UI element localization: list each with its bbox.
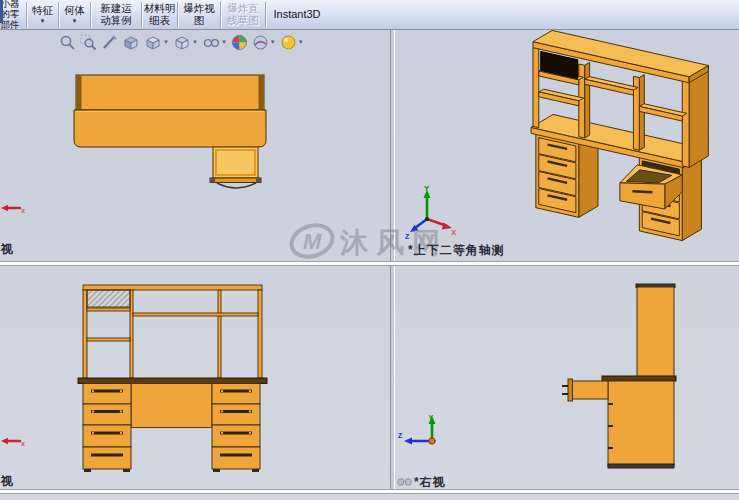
toolbar-button-bill-of-materials[interactable]: 材料明 细表	[142, 0, 177, 29]
desk-top-view-shapes	[74, 75, 266, 188]
dropdown-arrow-icon: ▼	[40, 18, 46, 24]
dropdown-arrow-icon: ▼	[298, 39, 304, 45]
view-style-icon	[397, 477, 412, 487]
viewport-label-bottom-left: 视	[1, 473, 14, 490]
zoom-to-area-icon[interactable]	[79, 32, 98, 52]
axis-x-label: x	[21, 207, 25, 214]
toolbar-button-features[interactable]: 特征 ▼	[27, 0, 58, 29]
dropdown-arrow-icon: ▼	[163, 39, 169, 45]
view-orientation-icon[interactable]: ▼	[143, 32, 170, 52]
toolbar-button-new-motion-study[interactable]: 新建运 动算例	[91, 0, 141, 29]
desk-dimetric-shapes	[531, 30, 708, 240]
display-style-icon[interactable]: ▼	[172, 32, 199, 52]
clipped-triad-fragment: x	[0, 433, 30, 451]
toolbar-button-explode-line-sketch: 爆炸直 线草图	[221, 0, 265, 29]
previous-view-icon[interactable]	[100, 32, 119, 52]
viewport-label-bottom-right: *右视	[414, 474, 446, 491]
graphics-bottom-edge	[0, 489, 739, 494]
toolbar-button-label: 小器 的零 部件	[1, 0, 20, 29]
apply-scene-icon[interactable]: ▼	[251, 32, 277, 52]
clipped-triad-fragment: x	[0, 200, 30, 218]
right-view-triad: Y Z	[398, 412, 448, 464]
toolbar-button-exploded-view[interactable]: 爆炸视 图	[178, 0, 220, 29]
edit-appearance-icon[interactable]	[230, 32, 249, 52]
clipped-icon	[0, 0, 3, 23]
section-view-icon[interactable]	[121, 32, 141, 52]
zoom-to-fit-icon[interactable]	[58, 32, 77, 52]
toolbar-button-body[interactable]: 何体 ▼	[59, 0, 90, 29]
desk-model-right-view[interactable]	[555, 282, 690, 474]
desk-front-view-shapes	[78, 285, 267, 472]
desk-model-dimetric[interactable]	[500, 26, 739, 242]
axis-y-label: Y	[429, 414, 434, 421]
axis-y-label: Y	[424, 185, 430, 193]
dropdown-arrow-icon: ▼	[270, 39, 276, 45]
desk-right-view-shapes	[562, 284, 676, 468]
toolbar-button-instant3d[interactable]: Instant3D	[266, 0, 328, 29]
view-settings-icon[interactable]: ▼	[279, 32, 305, 52]
hide-show-items-icon[interactable]: ▼	[201, 32, 228, 52]
viewport-label-top-right: *上下二等角轴测	[408, 242, 505, 259]
desk-model-top-view[interactable]	[60, 68, 272, 198]
dropdown-arrow-icon: ▼	[221, 39, 227, 45]
heads-up-view-toolbar: ▼ ▼ ▼ ▼ ▼	[58, 32, 305, 52]
axis-x-label: x	[21, 440, 25, 447]
dropdown-arrow-icon: ▼	[192, 39, 198, 45]
toolbar-button-components-clipped[interactable]: 小器 的零 部件	[0, 0, 26, 29]
axis-z-label: Z	[398, 432, 403, 439]
watermark-logo: M	[303, 229, 322, 254]
desk-model-front-view[interactable]	[60, 282, 305, 477]
viewport-label-top-left: 视	[1, 241, 14, 258]
dropdown-arrow-icon: ▼	[72, 18, 78, 24]
